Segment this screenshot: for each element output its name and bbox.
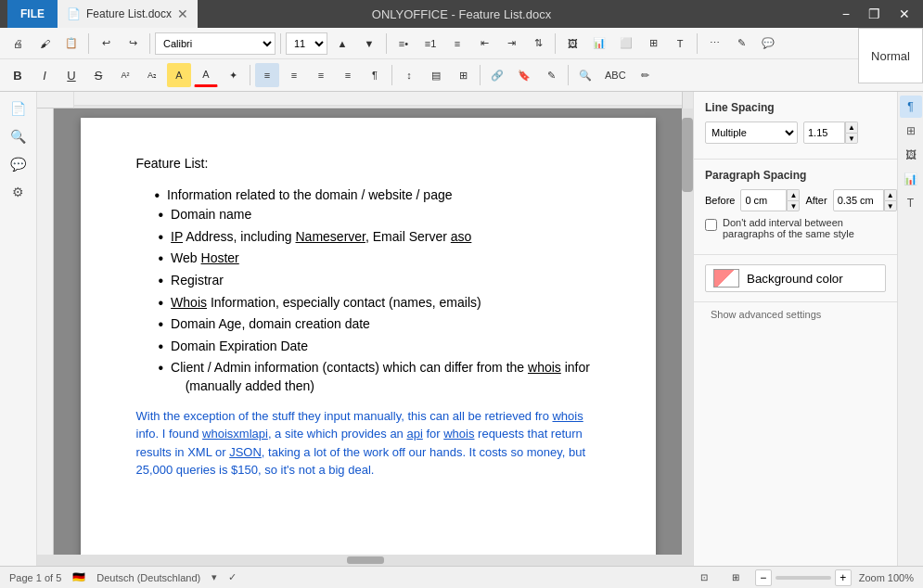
before-value-field[interactable] [740, 189, 787, 211]
whois-link-2[interactable]: whois [528, 360, 561, 375]
zoom-out-button[interactable]: − [755, 569, 772, 586]
image-icon[interactable]: 🖼 [900, 144, 922, 166]
line-spacing-button[interactable]: ↕ [397, 63, 421, 87]
bold-button[interactable]: B [6, 63, 30, 87]
vertical-scrollbar[interactable] [682, 109, 693, 555]
strikethrough-button[interactable]: S [86, 63, 110, 87]
background-color-button[interactable]: Background color [705, 264, 886, 292]
more-btn[interactable]: ⋯ [702, 32, 726, 56]
whois-link-3[interactable]: whois [552, 409, 583, 423]
sort-button[interactable]: ⇅ [526, 32, 550, 56]
sidebar-icon-comment[interactable]: 💬 [5, 151, 32, 177]
zoom-label: Zoom 100% [859, 572, 914, 583]
list-number-button[interactable]: ≡1 [418, 32, 442, 56]
interval-checkbox[interactable] [705, 219, 717, 231]
spacing-up-btn[interactable]: ▲ [845, 121, 858, 133]
subscript-button[interactable]: A₂ [140, 63, 164, 87]
doc-tab-close[interactable]: ✕ [177, 6, 188, 21]
table-icon[interactable]: ⊞ [900, 120, 922, 142]
insert-link-button[interactable]: 🔗 [485, 63, 509, 87]
minimize-button[interactable]: − [837, 5, 855, 23]
sidebar-icon-file[interactable]: 📄 [5, 96, 32, 121]
paragraph-mark-button[interactable]: ¶ [363, 63, 387, 87]
restore-button[interactable]: ❐ [863, 5, 886, 23]
h-scrollbar-thumb[interactable] [347, 556, 384, 564]
print-button[interactable]: 🖨 [6, 32, 30, 56]
align-justify-button[interactable]: ≡ [336, 63, 360, 87]
insert-table-button[interactable]: ⊞ [641, 32, 665, 56]
font-size-down-button[interactable]: ▼ [357, 32, 381, 56]
file-tab[interactable]: FILE [7, 0, 58, 28]
after-value-field[interactable] [833, 189, 884, 211]
highlight-button[interactable]: A [167, 63, 191, 87]
indent-more-button[interactable]: ⇥ [499, 32, 523, 56]
paragraph-icon[interactable]: ¶ [900, 96, 922, 118]
text-art-icon[interactable]: T [900, 192, 922, 214]
show-advanced-link[interactable]: Show advanced settings [705, 303, 827, 326]
align-right-button[interactable]: ≡ [309, 63, 333, 87]
borders-button[interactable]: ⊞ [451, 63, 475, 87]
superscript-button[interactable]: A² [113, 63, 137, 87]
spacing-type-select[interactable]: Multiple [705, 121, 798, 144]
line-spacing-title: Line Spacing [705, 101, 886, 114]
scrollbar-thumb[interactable] [682, 118, 693, 192]
language-label[interactable]: Deutsch (Deutschland) [96, 572, 200, 583]
redo-button[interactable]: ↪ [121, 32, 145, 56]
spell-button[interactable]: ABC [600, 63, 631, 87]
api-link[interactable]: api [406, 427, 422, 441]
after-down-btn[interactable]: ▼ [884, 200, 897, 211]
shading-button[interactable]: ▤ [424, 63, 448, 87]
ip-link[interactable]: IP [171, 229, 183, 244]
clear-format-button[interactable]: ✦ [221, 63, 245, 87]
aso-link[interactable]: aso [451, 229, 472, 244]
view-normal-button[interactable]: ⊡ [692, 566, 716, 589]
spacing-value-field[interactable] [803, 121, 845, 144]
paste-button[interactable]: 📋 [59, 32, 83, 56]
before-up-btn[interactable]: ▲ [787, 189, 800, 200]
whois-link-1[interactable]: Whois [171, 295, 207, 310]
whoisxmlapi-link[interactable]: whoisxmlapi [202, 427, 268, 441]
font-size-select[interactable]: 11 [286, 32, 327, 55]
align-left-button[interactable]: ≡ [255, 63, 279, 87]
spacing-down-btn[interactable]: ▼ [845, 133, 858, 144]
track-btn2[interactable]: ✎ [539, 63, 563, 87]
insert-shape-button[interactable]: ⬜ [614, 32, 638, 56]
underline-button[interactable]: U [59, 63, 83, 87]
draw-button[interactable]: ✏ [634, 63, 658, 87]
list-bullet-button[interactable]: ≡• [391, 32, 416, 56]
hoster-link[interactable]: Hoster [201, 250, 239, 265]
after-up-btn[interactable]: ▲ [884, 189, 897, 200]
font-family-select[interactable]: Calibri [155, 32, 276, 55]
view-layout-button[interactable]: ⊞ [724, 566, 748, 589]
horizontal-scrollbar[interactable] [37, 555, 693, 566]
json-link[interactable]: JSON [229, 445, 262, 459]
insert-chart-button[interactable]: 📊 [587, 32, 611, 56]
doc-tab[interactable]: 📄 Feature List.docx ✕ [58, 0, 198, 28]
language-dropdown-icon[interactable]: ▾ [212, 571, 217, 583]
chart-icon[interactable]: 📊 [900, 168, 922, 190]
list-multi-button[interactable]: ≡ [445, 32, 469, 56]
sidebar-icon-search[interactable]: 🔍 [5, 123, 32, 149]
insert-image-button[interactable]: 🖼 [560, 32, 584, 56]
italic-button[interactable]: I [32, 63, 57, 87]
whois-link-4[interactable]: whois [443, 427, 474, 441]
insert-bookmark-button[interactable]: 🔖 [512, 63, 536, 87]
spell-check-icon[interactable]: ✓ [228, 571, 237, 583]
align-center-button[interactable]: ≡ [282, 63, 306, 87]
track-changes-button[interactable]: ✎ [729, 32, 753, 56]
font-size-up-button[interactable]: ▲ [330, 32, 354, 56]
comments-button[interactable]: 💬 [756, 32, 780, 56]
copy-style-button[interactable]: 🖌 [32, 32, 57, 56]
before-down-btn[interactable]: ▼ [787, 200, 800, 211]
font-color-button[interactable]: A [194, 63, 218, 87]
sidebar-icon-settings[interactable]: ⚙ [5, 179, 32, 205]
undo-button[interactable]: ↩ [94, 32, 118, 56]
zoom-in-button[interactable]: + [835, 569, 852, 586]
nameserver-link[interactable]: Nameserver [296, 229, 365, 244]
indent-less-button[interactable]: ⇤ [472, 32, 496, 56]
find-button[interactable]: 🔍 [573, 63, 597, 87]
text-box-button[interactable]: T [668, 32, 692, 56]
sublist-item-6: Domain Age, domain creation date [159, 315, 600, 334]
close-button[interactable]: ✕ [893, 5, 916, 23]
zoom-slider[interactable] [776, 576, 831, 580]
